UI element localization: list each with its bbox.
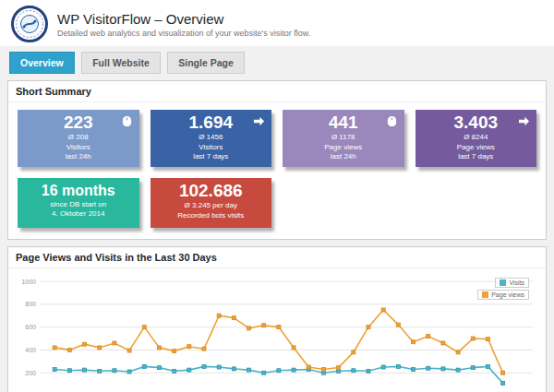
stat-average: Ø 1178	[288, 133, 399, 143]
arrow-right-icon	[518, 115, 530, 127]
legend-label: Page views	[491, 291, 524, 298]
stat-label: Visitors	[156, 143, 267, 153]
stat-value: 1.694	[156, 113, 267, 133]
stat-label: Recorded bots visits	[156, 211, 267, 221]
stat-label: Page views	[288, 143, 399, 153]
stat-period: last 24h	[288, 152, 399, 162]
mouse-icon	[121, 115, 133, 127]
stat-value: 16 months	[23, 181, 134, 199]
stat-card-pageviews-24h: 441 Ø 1178 Page views last 24h	[283, 110, 404, 167]
stat-card-pageviews-7d: 3.403 Ø 8244 Page views last 7 days	[416, 110, 537, 167]
stat-average: Ø 8244	[421, 133, 532, 143]
stat-card-bots: 102.686 Ø 3.245 per day Recorded bots vi…	[151, 178, 272, 228]
stat-average: Ø 3.245 per day	[156, 201, 267, 211]
stat-card-db-age: 16 months since DB start on 4. Oktober 2…	[18, 178, 139, 228]
legend-swatch	[482, 291, 488, 298]
svg-text:800: 800	[25, 302, 36, 308]
stat-value: 441	[288, 113, 399, 133]
wp-visitorflow-logo	[11, 6, 48, 42]
svg-text:1000: 1000	[21, 279, 36, 285]
legend-label: Visits	[509, 279, 524, 286]
stat-period: last 7 days	[421, 152, 532, 162]
stat-value: 223	[23, 113, 134, 133]
stat-period: last 24h	[23, 152, 134, 162]
tab-bar: Overview Full Website Single Page	[0, 46, 554, 74]
stat-card-visitors-7d: 1.694 Ø 1456 Visitors last 7 days	[151, 110, 272, 167]
chart-area: 0200400600800100018-Jan 1621-Jan 1624-Ja…	[8, 268, 546, 392]
page-header: WP VisitorFlow – Overview Detailed web a…	[0, 0, 554, 46]
mouse-icon	[386, 115, 398, 127]
stat-value: 3.403	[421, 113, 532, 133]
legend-entry[interactable]: Page views	[477, 290, 529, 300]
chart-legend: VisitsPage views	[477, 278, 529, 300]
short-summary-panel: Short Summary 223 Ø 208 Visitors last 24…	[7, 80, 547, 240]
svg-text:600: 600	[25, 324, 36, 330]
legend-entry[interactable]: Visits	[495, 278, 529, 288]
stat-line: 4. Oktober 2014	[23, 209, 134, 220]
stat-card-visitors-24h: 223 Ø 208 Visitors last 24h	[18, 110, 139, 167]
chart-panel: Page Views and Visits in the Last 30 Day…	[7, 246, 547, 392]
stat-label: Visitors	[23, 143, 134, 153]
tab-single-page[interactable]: Single Page	[167, 52, 245, 74]
svg-text:400: 400	[25, 347, 36, 353]
stat-average: Ø 208	[23, 133, 134, 143]
chart-svg: 0200400600800100018-Jan 1621-Jan 1624-Ja…	[12, 272, 546, 392]
summary-cards: 223 Ø 208 Visitors last 24h 1.694 Ø 1456…	[8, 102, 546, 239]
chart-panel-title: Page Views and Visits in the Last 30 Day…	[8, 247, 546, 268]
tab-overview[interactable]: Overview	[9, 52, 75, 74]
stat-value: 102.686	[156, 181, 267, 201]
stat-average: Ø 1456	[156, 133, 267, 143]
legend-swatch	[500, 279, 506, 286]
stat-period: last 7 days	[156, 152, 267, 162]
svg-text:200: 200	[25, 370, 36, 376]
tab-full-website[interactable]: Full Website	[81, 52, 161, 74]
stat-line: since DB start on	[23, 200, 134, 210]
page-subtitle: Detailed web analytics and visualization…	[57, 29, 310, 38]
arrow-right-icon	[253, 115, 265, 127]
short-summary-title: Short Summary	[8, 81, 546, 102]
page-title: WP VisitorFlow – Overview	[57, 11, 310, 27]
stat-label: Page views	[421, 143, 532, 153]
